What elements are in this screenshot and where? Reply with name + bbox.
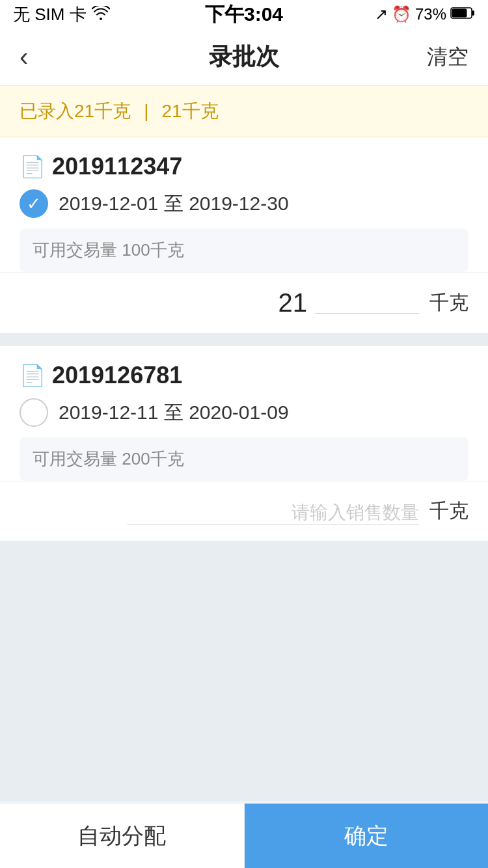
availability-text-2: 可用交易量 200千克 bbox=[33, 449, 184, 468]
quantity-row-1: 21 千克 bbox=[0, 272, 488, 333]
batch-date-row-1[interactable]: ✓ 2019-12-01 至 2019-12-30 bbox=[20, 189, 468, 218]
status-right: ↗ ⏰ 73% bbox=[375, 5, 475, 23]
batch-date-row-2[interactable]: 2019-12-11 至 2020-01-09 bbox=[20, 398, 468, 427]
status-bar: 无 SIM 卡 下午3:04 ↗ ⏰ 73% bbox=[0, 0, 488, 29]
summary-divider: | bbox=[144, 101, 148, 122]
no-sim-text: 无 SIM 卡 bbox=[13, 3, 87, 26]
batch-id-text-1: 2019112347 bbox=[52, 153, 182, 180]
batch-icon-2: 📄 bbox=[20, 363, 46, 388]
quantity-unit-2: 千克 bbox=[429, 498, 468, 524]
quantity-row-2: 千克 bbox=[0, 481, 488, 541]
batch-icon-1: 📄 bbox=[20, 154, 46, 179]
svg-rect-2 bbox=[452, 9, 467, 18]
batch-id-row-2: 📄 2019126781 bbox=[20, 362, 468, 389]
summary-bar: 已录入21千克 | 21千克 bbox=[0, 86, 488, 137]
footer: 自动分配 确定 bbox=[0, 803, 488, 868]
status-left: 无 SIM 卡 bbox=[13, 3, 110, 26]
batch-card-1: 📄 2019112347 ✓ 2019-12-01 至 2019-12-30 可… bbox=[0, 137, 488, 272]
batch-card-2: 📄 2019126781 2019-12-11 至 2020-01-09 可用交… bbox=[0, 346, 488, 481]
auto-distribute-button[interactable]: 自动分配 bbox=[0, 804, 245, 868]
quantity-input-wrapper-1: 21 bbox=[20, 288, 419, 318]
quantity-input-wrapper-2[interactable] bbox=[20, 497, 419, 525]
quantity-value-1: 21 bbox=[278, 288, 308, 318]
summary-value: 21千克 bbox=[161, 99, 218, 124]
batch-date-1: 2019-12-01 至 2019-12-30 bbox=[59, 191, 289, 217]
battery-text: 73% bbox=[415, 5, 446, 23]
location-icon: ↗ bbox=[375, 5, 388, 23]
wifi-icon bbox=[92, 5, 110, 25]
confirm-button[interactable]: 确定 bbox=[245, 804, 489, 868]
quantity-input-2[interactable] bbox=[127, 497, 419, 525]
batch-item-1: 📄 2019112347 ✓ 2019-12-01 至 2019-12-30 可… bbox=[0, 137, 488, 333]
nav-bar: ‹ 录批次 清空 bbox=[0, 29, 488, 86]
batch-id-text-2: 2019126781 bbox=[52, 362, 182, 389]
summary-entered-label: 已录入21千克 bbox=[20, 99, 131, 124]
battery-icon bbox=[450, 5, 475, 23]
radio-1[interactable]: ✓ bbox=[20, 189, 48, 218]
section-divider bbox=[0, 333, 488, 346]
back-button[interactable]: ‹ bbox=[20, 42, 59, 72]
availability-row-2: 可用交易量 200千克 bbox=[20, 437, 468, 481]
quantity-unit-1: 千克 bbox=[429, 290, 468, 316]
page-title: 录批次 bbox=[209, 41, 279, 73]
svg-rect-1 bbox=[472, 10, 474, 16]
alarm-icon: ⏰ bbox=[392, 5, 411, 23]
availability-row-1: 可用交易量 100千克 bbox=[20, 228, 468, 272]
batch-item-2: 📄 2019126781 2019-12-11 至 2020-01-09 可用交… bbox=[0, 346, 488, 541]
radio-2[interactable] bbox=[20, 398, 48, 427]
clear-button[interactable]: 清空 bbox=[427, 43, 468, 72]
batch-date-2: 2019-12-11 至 2020-01-09 bbox=[59, 400, 289, 426]
checkmark-1: ✓ bbox=[27, 195, 41, 212]
status-time: 下午3:04 bbox=[205, 1, 283, 28]
batch-id-row-1: 📄 2019112347 bbox=[20, 153, 468, 180]
bottom-spacer bbox=[0, 541, 488, 801]
content-area: 已录入21千克 | 21千克 📄 2019112347 ✓ 2019-12-01… bbox=[0, 86, 488, 866]
availability-text-1: 可用交易量 100千克 bbox=[33, 240, 184, 260]
